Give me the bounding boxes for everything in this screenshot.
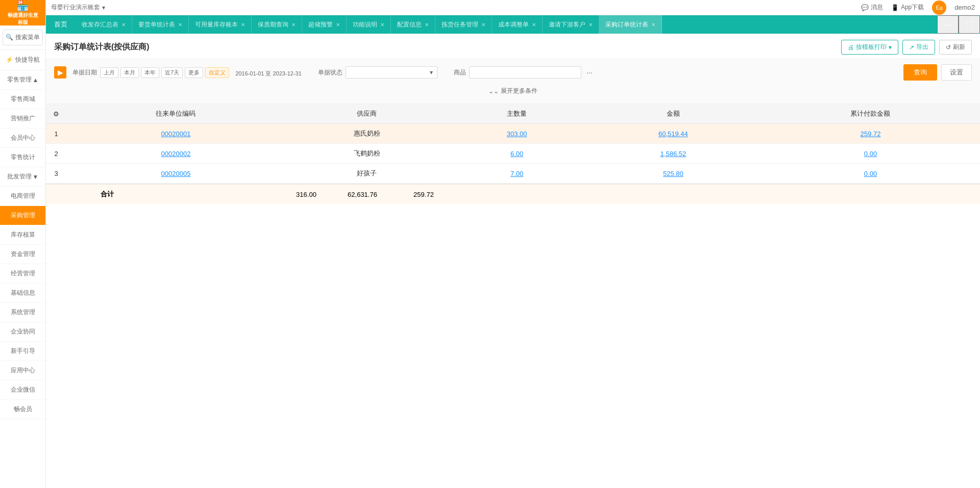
expand-more-button[interactable]: ⌄⌄ 展开更多条件 (488, 87, 537, 95)
tab-close-icon3[interactable]: ✕ (241, 22, 245, 28)
tab-chenbentiaozhen[interactable]: 成本调整单 ✕ (492, 15, 543, 34)
sidebar-item-business[interactable]: 经营管理 (0, 264, 45, 284)
row-paid[interactable]: 0.00 (761, 164, 980, 184)
tab-close-icon5[interactable]: ✕ (336, 22, 340, 28)
goods-more-button[interactable]: ··· (584, 68, 595, 76)
sidebar-item-retail-stat[interactable]: 零售统计 (0, 148, 45, 167)
sidebar-item-vip[interactable]: 畅会员 (0, 400, 45, 419)
sidebar-item-newbie[interactable]: 新手引导 (0, 342, 45, 361)
tab-close-icon2[interactable]: ✕ (178, 22, 182, 28)
date-btn-this-month[interactable]: 本月 (120, 67, 139, 78)
mobile-icon: 📱 (891, 4, 899, 11)
row-paid[interactable]: 259.72 (761, 124, 980, 144)
tab-baozhiqi[interactable]: 保质期查询 ✕ (252, 15, 302, 34)
tab-shoufayuhui[interactable]: 收发存汇总表 ✕ (76, 15, 132, 34)
sidebar-item-enterprise[interactable]: 企业协同 (0, 322, 45, 342)
sidebar-item-wholesale[interactable]: 批发管理 ▼ (0, 167, 45, 187)
row-paid[interactable]: 0.00 (761, 144, 980, 164)
row-qty[interactable]: 7.00 (449, 164, 585, 184)
table-settings-col[interactable]: ⚙ (46, 104, 66, 124)
member-label: 会员中心 (11, 134, 35, 141)
date-custom-badge[interactable]: 自定义 (205, 67, 229, 78)
ecommerce-label: 电商管理 (11, 192, 35, 199)
message-button[interactable]: 💬 消息 (861, 3, 883, 12)
retail-label: 零售管理 (7, 75, 32, 84)
tab-caigoudingdan[interactable]: 采购订单统计表 ✕ (599, 15, 662, 34)
tab-gongneng[interactable]: 功能说明 ✕ (347, 15, 391, 34)
sidebar-logo: 🏪 畅捷通好生意 标版 (0, 0, 45, 25)
quick-nav-button[interactable]: ⚡ 快捷导航 (0, 53, 45, 67)
tab-close-icon[interactable]: ✕ (121, 22, 126, 28)
row-amount[interactable]: 60,519.44 (585, 124, 761, 144)
sidebar-item-marketing[interactable]: 营销推广 (0, 109, 45, 129)
tab-keyong-label: 可用量库存账本 (195, 20, 238, 29)
inventory-label: 库存核算 (11, 231, 35, 238)
refresh-label: 刷新 (953, 43, 965, 52)
tab-yaohuo[interactable]: 要货单统计表 ✕ (132, 15, 189, 34)
sidebar-item-appcenter[interactable]: 应用中心 (0, 361, 45, 380)
row-code[interactable]: 00020002 (66, 144, 285, 164)
status-select[interactable]: ▾ (346, 66, 437, 79)
refresh-button[interactable]: ↺ 刷新 (939, 40, 972, 55)
tab-maximize-button[interactable]: ⛶ (959, 15, 980, 34)
tab-close-icon8[interactable]: ✕ (481, 22, 485, 28)
row-amount[interactable]: 1,586.52 (585, 144, 761, 164)
sidebar-item-retail[interactable]: 零售管理 ▲ (0, 70, 45, 90)
sidebar-item-ecommerce[interactable]: 电商管理 (0, 187, 45, 206)
filter-toggle-button[interactable]: ▶ (54, 66, 66, 79)
retail-mall-label: 零售商城 (11, 95, 35, 102)
tab-close-icon10[interactable]: ✕ (589, 22, 593, 28)
date-btn-7days[interactable]: 近7天 (161, 67, 183, 78)
date-btn-this-year[interactable]: 本年 (141, 67, 159, 78)
tab-chaochu[interactable]: 超储预警 ✕ (302, 15, 347, 34)
tab-keyong[interactable]: 可用量库存账本 ✕ (189, 15, 252, 34)
user-name[interactable]: demo2 (954, 4, 975, 11)
workspace-selector[interactable]: 母婴行业演示账套 ▾ (51, 3, 105, 12)
footer-amount: 62,631.76 (332, 191, 393, 198)
tab-close-icon9[interactable]: ✕ (532, 22, 536, 28)
tab-yaoqingyouke[interactable]: 邀请下游客户 ✕ (543, 15, 599, 34)
print-button[interactable]: 🖨 按模板打印 ▾ (841, 40, 898, 55)
search-menu-button[interactable]: 🔍 搜索菜单 (3, 30, 43, 45)
query-button[interactable]: 查询 (903, 64, 937, 81)
sidebar-item-finance[interactable]: 资金管理 (0, 245, 45, 264)
chevron-down-icon: ▲ (33, 76, 39, 84)
table-row[interactable]: 1 00020001 惠氏奶粉 303.00 60,519.44 259.72 (46, 124, 980, 144)
sidebar-item-member[interactable]: 会员中心 (0, 129, 45, 148)
date-btn-last-month[interactable]: 上月 (100, 67, 118, 78)
table-row[interactable]: 2 00020002 飞鹤奶粉 6.00 1,586.52 0.00 (46, 144, 980, 164)
table-header-row: ⚙ 往来单位编码 供应商 主数量 金额 (46, 104, 980, 124)
sidebar-item-weixin[interactable]: 企业微信 (0, 380, 45, 400)
tab-close-icon4[interactable]: ✕ (291, 22, 296, 28)
row-amount[interactable]: 525.80 (585, 164, 761, 184)
tab-close-icon11[interactable]: ✕ (651, 22, 655, 28)
app-download-button[interactable]: 📱 App下载 (891, 3, 924, 12)
sidebar-item-basic[interactable]: 基础信息 (0, 284, 45, 303)
tab-minimize-button[interactable]: — (937, 15, 959, 34)
tab-close-icon6[interactable]: ✕ (380, 22, 384, 28)
sidebar: 🏪 畅捷通好生意 标版 🔍 搜索菜单 ⚡ 快捷导航 零售管理 ▲ 零售商城 营销… (0, 0, 46, 488)
user-avatar[interactable]: Ea (932, 1, 946, 15)
table-row[interactable]: 3 00020005 好孩子 7.00 525.80 0.00 (46, 164, 980, 184)
top-bar: 母婴行业演示账套 ▾ 💬 消息 📱 App下载 Ea demo2 (46, 0, 980, 15)
query-label: 查询 (914, 68, 927, 76)
tab-paihuorenwu[interactable]: 拣货任务管理 ✕ (435, 15, 492, 34)
sidebar-item-inventory[interactable]: 库存核算 (0, 225, 45, 245)
row-qty[interactable]: 6.00 (449, 144, 585, 164)
goods-input[interactable] (469, 66, 581, 79)
col-paid: 累计付款金额 (761, 104, 980, 124)
tab-home[interactable]: 首页 (46, 15, 76, 34)
row-qty[interactable]: 303.00 (449, 124, 585, 144)
tab-peizhixinxi[interactable]: 配置信息 ✕ (391, 15, 435, 34)
export-button[interactable]: ↗ 导出 (902, 40, 935, 55)
row-no: 2 (46, 144, 66, 164)
sidebar-item-retail-mall[interactable]: 零售商城 (0, 90, 45, 109)
date-btn-more[interactable]: 更多 (185, 67, 203, 78)
tab-close-icon7[interactable]: ✕ (425, 22, 429, 28)
sidebar-item-purchase[interactable]: 采购管理 (0, 206, 45, 225)
sidebar-item-system[interactable]: 系统管理 (0, 303, 45, 322)
row-code[interactable]: 00020001 (66, 124, 285, 144)
settings-button[interactable]: 设置 (941, 64, 972, 81)
row-code[interactable]: 00020005 (66, 164, 285, 184)
finance-label: 资金管理 (11, 250, 35, 258)
